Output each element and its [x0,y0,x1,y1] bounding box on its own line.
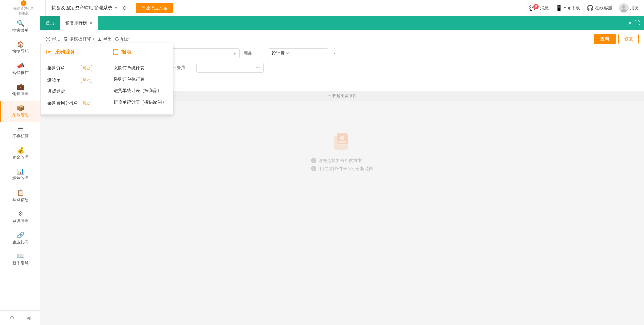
phone-icon: 📱 [556,5,562,11]
operation-icon: 📊 [17,168,24,174]
menu-item-purchase-return[interactable]: 进货退货 [46,86,93,97]
menu-item-report-4[interactable]: 进货单统计表（按供应商） [112,96,168,108]
help-link[interactable]: ? 帮助 [46,36,61,42]
svg-rect-14 [339,144,345,144]
online-service-btn[interactable]: 🎧 在线客服 [587,5,612,11]
tab-home[interactable]: 首页 [40,16,60,30]
system-icon: ⚙ [18,211,23,217]
menu-section-report-title: 报表 [112,49,168,58]
logo-icon: 6 [18,0,29,6]
menu-section-divider [103,49,103,109]
system-dropdown-icon[interactable]: ▾ [115,6,117,10]
content-wrapper: ? 帮助 按模板打印 ▾ 导出 [40,30,644,199]
svg-rect-13 [338,141,346,143]
tab-close-window-btn[interactable]: ✕ [628,20,632,26]
marketing-icon: 📣 [17,63,24,69]
refresh-link[interactable]: 刷新 [115,36,130,42]
settings-btn[interactable]: 设置 [618,34,639,44]
svg-text:6: 6 [23,1,24,5]
tab-bar-actions: ✕ ⛶ [628,20,644,26]
tab-sales-rank[interactable]: 销售排行榜 ✕ [60,16,98,30]
sidebar-item-newbie[interactable]: 📖 新手引导 [0,249,40,270]
hint-2: ② 用[过滤]条件来缩小分析范围 [311,166,373,172]
menu-item-purchase-in[interactable]: 进货单 历史 [46,74,93,86]
status-dropdown-icon: ▾ [234,51,236,56]
collapse-up-icon: ∧ [328,94,331,98]
print-link[interactable]: 按模板打印 ▾ [63,36,95,42]
inventory-icon: 🗃 [17,126,24,132]
sidebar-item-basic[interactable]: 📋 基础信息 [0,186,40,207]
topbar: 6 畅捷通好生意 标准版 装备及固定资产辅助管理系统 ▾ ⚙ 体验行业方案 💬 … [0,0,644,16]
sidebar-item-inventory[interactable]: 🗃 库存核算 [0,122,40,143]
menu-section-report: 报表 采购订单统计表 采购订单执行表 进货单统计表（按商品） 进货单统计表（按供 [112,49,168,109]
sidebar-item-quick-nav[interactable]: 🏠 快捷导航 [0,37,40,58]
content-area: 首页 销售排行榜 ✕ ✕ ⛶ ? 帮助 [40,16,644,325]
empty-hints: ① 请先选择要分析的方案 ② 用[过滤]条件来缩小分析范围 [311,158,373,172]
sidebar-item-operation[interactable]: 📊 经营管理 [0,164,40,186]
avatar [619,3,629,13]
svg-text:?: ? [47,38,49,41]
purchase-dropdown-menu: 采购业务 采购订单 历史 进货单 历史 进货退货 [40,43,173,115]
sales-icon: 💼 [17,84,24,90]
tab-bar: 首页 销售排行榜 ✕ ✕ ⛶ [40,16,644,30]
sidebar-item-marketing[interactable]: 📣 营销推广 [0,58,40,80]
action-buttons: 查询 设置 [594,34,639,44]
collapse-btn[interactable]: ∧ 收起更多条件 [328,93,357,99]
sidebar-item-purchase[interactable]: 📦 采购管理 [0,101,40,122]
toolbar-links: ? 帮助 按模板打印 ▾ 导出 [46,36,130,42]
salesman-filter[interactable]: ··· [196,63,264,73]
menu-section-purchase-title: 采购业务 [46,49,93,58]
hint-1: ① 请先选择要分析的方案 [311,158,373,164]
sidebar-item-system[interactable]: ⚙ 系统管理 [0,207,40,228]
service-icon: 🎧 [587,5,594,11]
purchase-section-icon [46,49,53,55]
sidebar: 🔍 搜索菜单 🏠 快捷导航 📣 营销推广 💼 销售管理 📦 采购管理 🗃 库存核… [0,16,40,325]
salesman-label: 业务员 [172,65,192,71]
empty-illustration [329,128,356,155]
goods-filter[interactable]: 设计费 ✕ [268,48,328,58]
goods-tag: 设计费 ✕ [272,50,289,56]
sidebar-item-finance[interactable]: 💰 资金管理 [0,143,40,164]
sidebar-item-enterprise[interactable]: 🔗 企业协同 [0,228,40,249]
goods-label: 商品 [244,50,264,56]
tab-close-icon[interactable]: ✕ [89,21,92,25]
export-link[interactable]: 导出 [97,36,112,42]
purchase-cost-history-badge: 历史 [81,100,92,106]
sidebar-bottom: ⚙ ◀ [0,310,40,325]
purchase-order-history-badge: 历史 [81,65,92,71]
menu-item-purchase-order[interactable]: 采购订单 历史 [46,62,93,74]
search-icon: 🔍 [17,20,24,26]
svg-point-3 [622,5,625,9]
settings-icon[interactable]: ⚙ [120,3,129,13]
query-btn[interactable]: 查询 [594,34,616,44]
menu-item-report-3[interactable]: 进货单统计表（按商品） [112,85,168,96]
page-content: ? 帮助 按模板打印 ▾ 导出 [40,30,644,325]
notification-btn[interactable]: 💬 9 消息 [529,4,549,12]
system-title: 装备及固定资产辅助管理系统 ▾ ⚙ 体验行业方案 [51,3,529,13]
sidebar-collapse-btn[interactable]: ◀ [26,315,30,321]
goods-more-btn[interactable]: ··· [332,50,337,56]
print-dropdown-icon[interactable]: ▾ [93,37,95,41]
sidebar-item-search[interactable]: 🔍 搜索菜单 [0,16,40,37]
empty-state: ① 请先选择要分析的方案 ② 用[过滤]条件来缩小分析范围 [40,101,644,199]
sidebar-item-sales[interactable]: 💼 销售管理 [0,80,40,101]
topbar-right: 💬 9 消息 📱 App下载 🎧 在线客服 用友 [529,3,639,13]
goods-tag-close[interactable]: ✕ [286,51,289,56]
home-icon: 🏠 [17,41,24,47]
status-filter[interactable]: ▾ [172,48,240,58]
basic-icon: 📋 [17,190,24,196]
app-download-btn[interactable]: 📱 App下载 [556,5,580,11]
menu-item-report-2[interactable]: 采购订单执行表 [112,74,168,85]
salesman-more-btn[interactable]: ··· [256,65,260,71]
industry-btn[interactable]: 体验行业方案 [136,3,173,13]
menu-item-report-1[interactable]: 采购订单统计表 [112,62,168,74]
tab-expand-btn[interactable]: ⛶ [635,20,640,26]
logo-area: 6 畅捷通好生意 标准版 [5,0,46,16]
newbie-icon: 📖 [17,253,24,259]
svg-point-4 [621,9,627,12]
finance-icon: 💰 [17,147,24,153]
sidebar-settings-btn[interactable]: ⚙ [10,315,14,321]
user-btn[interactable]: 用友 [619,3,639,13]
purchase-icon: 📦 [17,105,24,111]
menu-item-purchase-cost[interactable]: 采购费用分摊单 历史 [46,97,93,109]
